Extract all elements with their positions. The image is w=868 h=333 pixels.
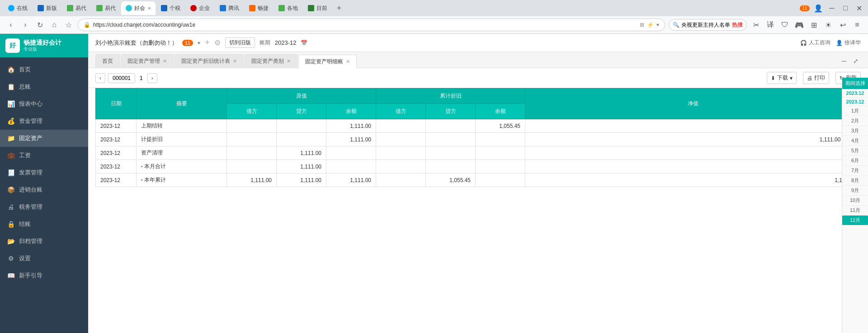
period-month-7[interactable]: 7月 [842,166,868,176]
user-info[interactable]: 👤 徐译华 [836,39,861,47]
sidebar-item-closing[interactable]: 🔒 结账 [0,216,88,233]
home-button[interactable]: ⌂ [49,19,60,30]
tab-close-5[interactable]: ✕ [147,6,151,11]
scissors-icon[interactable]: ✂ [750,19,761,30]
prev-page-button[interactable]: ‹ [95,73,105,83]
panel-collapse-button[interactable]: ─ [839,56,849,66]
tab-label-6: 个税 [170,5,180,12]
content-tab-fa-detail[interactable]: 固定资产明细账 ✕ [298,55,357,68]
sidebar-item-settings[interactable]: ⚙ 设置 [0,250,88,267]
translate-icon[interactable]: 译 [765,19,776,30]
close-tab-fa-cat[interactable]: ✕ [287,58,291,64]
add-company-button[interactable]: + [205,38,210,47]
url-box[interactable]: 🔒 https://cloud.chanjet.com/accounting/u… [78,19,665,31]
panel-expand-button[interactable]: ⤢ [851,56,861,66]
content-tab-fixed-asset-mgmt[interactable]: 固定资产管理 ✕ [121,54,174,68]
download-dropdown-icon[interactable]: ▾ [790,75,793,81]
sidebar-item-payroll[interactable]: 💼 工资 [0,147,88,164]
browser-tab-10[interactable]: 各地 [274,1,302,15]
period-month-4[interactable]: 4月 [842,136,868,146]
next-page-button[interactable]: › [147,73,157,83]
profile-icon[interactable]: 👤 [813,3,824,14]
content-tab-fa-category[interactable]: 固定资产类别 ✕ [245,54,297,68]
service-button[interactable]: 🎧 人工咨询 [800,39,830,47]
reload-button[interactable]: ↻ [34,19,45,30]
minimize-button[interactable]: ─ [826,3,837,14]
menu-icon[interactable]: ≡ [852,19,863,30]
browser-tab-1[interactable]: 在线 [4,1,32,15]
close-tab-dep-stat[interactable]: ✕ [233,58,237,64]
settings-button[interactable]: ⚙ [214,38,221,47]
period-month-2[interactable]: 2月 [842,116,868,126]
forward-button[interactable]: › [20,19,31,30]
close-tab-fa-mgmt[interactable]: ✕ [163,58,167,64]
sidebar-item-guide[interactable]: 📖 新手引导 [0,267,88,284]
search-box[interactable]: 🔍 央视更新主持人名单 热搜 [669,19,747,31]
dropdown-icon[interactable]: ▾ [656,22,659,28]
dropdown-arrow[interactable]: ▾ [198,40,200,46]
period-month-3[interactable]: 3月 [842,126,868,136]
period-month-12[interactable]: 12月 [842,216,868,225]
close-tab-fa-detail[interactable]: ✕ [346,59,350,65]
period-date-1[interactable]: 2023.12 [842,89,868,98]
period-month-6[interactable]: 6月 [842,156,868,166]
cell-accum-credit-4 [426,160,476,174]
period-month-5[interactable]: 5月 [842,146,868,156]
sidebar-item-funds[interactable]: 💰 资金管理 [0,113,88,130]
browser-tab-8[interactable]: 腾讯 [215,1,244,15]
grid-icon[interactable]: ⊞ [808,19,819,30]
browser-tab-2[interactable]: 新版 [33,1,61,15]
print-button[interactable]: 🖨 打印 [803,72,829,84]
maximize-button[interactable]: □ [840,3,851,14]
period-month-10[interactable]: 10月 [842,196,868,206]
browser-tab-11[interactable]: 目前 [303,1,332,15]
browser-tab-9[interactable]: 畅捷 [245,1,273,15]
sidebar-item-home[interactable]: 🏠 首页 [0,61,88,78]
browser-tab-7[interactable]: 企业 [186,1,214,15]
inventory-icon: 📦 [7,186,14,193]
top-bar-right: 🎧 人工咨询 👤 徐译华 [800,39,861,47]
sidebar-label-reports: 报表中心 [19,100,42,108]
cell-orig-credit-1 [277,119,326,133]
tab-label-8: 腾讯 [228,5,239,12]
period-month-11[interactable]: 11月 [842,206,868,216]
notification-icon[interactable]: 11 [799,3,810,14]
sidebar-item-invoice[interactable]: 🧾 发票管理 [0,164,88,181]
sidebar-item-reports[interactable]: 📊 报表中心 [0,95,88,113]
period-month-8[interactable]: 8月 [842,176,868,186]
browser-tab-5[interactable]: 好会 ✕ [121,1,156,15]
cast-icon: ⚡ [647,22,654,28]
back-button[interactable]: ‹ [5,19,16,30]
cell-date-4: 2023-12 [96,160,137,174]
sun-icon[interactable]: ☀ [823,19,834,30]
sidebar-item-tax[interactable]: 🖨 税务管理 [0,198,88,216]
cell-accum-balance-4 [476,160,525,174]
sidebar-item-archive[interactable]: 📂 归档管理 [0,233,88,250]
browser-tab-4[interactable]: 易代 [92,1,120,15]
period-month-9[interactable]: 9月 [842,186,868,196]
download-button[interactable]: ⬇ 下载 ▾ [767,72,797,84]
switch-version-button[interactable]: 切到旧版 [225,38,255,48]
undo-icon[interactable]: ↩ [837,19,848,30]
period-month-1[interactable]: 1月 [842,106,868,116]
page-num: 1 [138,75,145,81]
tab-label-dep-stat: 固定资产折旧统计表 [181,57,230,65]
bookmark-button[interactable]: ☆ [63,19,74,30]
shield-icon[interactable]: 🛡 [779,19,790,30]
content-tabs: 首页 固定资产管理 ✕ 固定资产折旧统计表 ✕ 固定资产类别 ✕ 固定资产明细账… [88,52,868,68]
new-tab-button[interactable]: + [333,2,345,14]
calendar-icon[interactable]: 📅 [301,40,307,46]
game-icon[interactable]: 🎮 [794,19,805,30]
sidebar-item-inventory[interactable]: 📦 进销台账 [0,181,88,198]
period-date-2[interactable]: 2023.12 [842,98,868,106]
close-button[interactable]: ✕ [854,3,864,14]
sidebar-item-fixed-assets[interactable]: 📁 固定资产 [0,130,88,147]
sidebar-item-ledger[interactable]: 📋 总账 [0,78,88,95]
content-tab-home[interactable]: 首页 [95,54,120,68]
browser-tab-3[interactable]: 易代 [62,1,91,15]
content-tab-depreciation-stat[interactable]: 固定资产折旧统计表 ✕ [175,54,244,68]
browser-tab-6[interactable]: 个税 [156,1,185,15]
tab-label-2: 新版 [46,5,57,12]
cell-orig-balance-3 [326,146,376,160]
page-input[interactable] [108,73,135,83]
